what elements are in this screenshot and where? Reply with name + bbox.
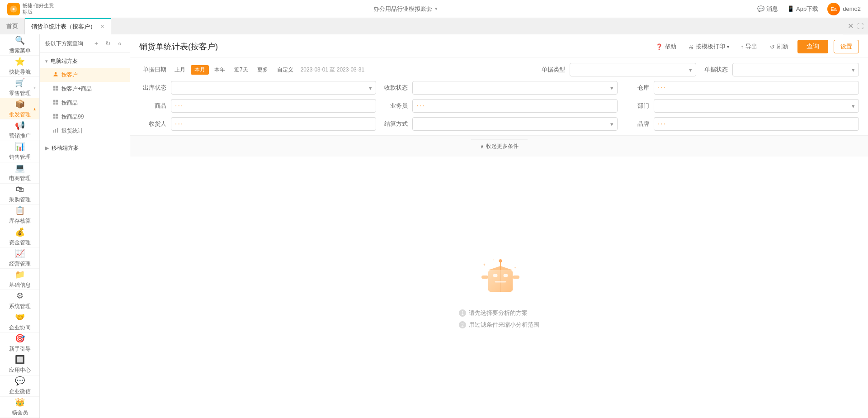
header-left: 畅捷·信好生意 标版 — [7, 3, 54, 15]
receiver-select[interactable]: ··· — [171, 117, 376, 131]
sidebar-item-apps[interactable]: 🔲 应用中心 — [0, 354, 39, 375]
sidebar-item-basic[interactable]: 📁 基础信息 — [0, 269, 39, 290]
svg-text:✦: ✦ — [483, 262, 486, 267]
template-print-button[interactable]: 🖨 按模板打印 ▾ — [685, 41, 732, 52]
sidebar-item-sales[interactable]: 📊 销售管理 — [0, 141, 39, 162]
member-icon: 👑 — [15, 397, 25, 407]
order-type-arrow-icon: ▾ — [689, 66, 692, 73]
sidebar-item-purchase[interactable]: 🛍 采购管理 — [0, 184, 39, 205]
warehouse-select[interactable]: ··· — [654, 81, 859, 95]
sidebar-item-ecommerce[interactable]: 💻 电商管理 — [0, 162, 39, 184]
query-button[interactable]: 查询 — [797, 40, 828, 53]
logo-icon — [7, 3, 20, 15]
scheme-group-mobile-header[interactable]: ▶ 移动端方案 — [40, 142, 130, 155]
svg-rect-16 — [57, 128, 58, 133]
sidebar-item-enterprise[interactable]: 🤝 企业协同 — [0, 311, 39, 332]
settings-button[interactable]: 设置 — [834, 40, 859, 53]
svg-rect-21 — [504, 274, 508, 277]
svg-rect-10 — [53, 114, 56, 116]
collapse-panel-button[interactable]: « — [115, 39, 124, 48]
scheme-item-customer-goods[interactable]: 按客户+商品 — [40, 82, 130, 96]
app-download-button[interactable]: 📱 App下载 — [787, 5, 818, 13]
empty-illustration: ✦ ✦ ✦ — [472, 246, 526, 300]
page-header: 销货单统计表(按客户) ❓ 帮助 🖨 按模板打印 ▾ ↑ 导出 ↺ 刷新 — [130, 34, 868, 57]
tab-sales-stat[interactable]: 销货单统计表（按客户） ✕ — [25, 18, 111, 34]
export-button[interactable]: ↑ 导出 — [737, 41, 761, 52]
sidebar-item-marketing[interactable]: 📢 营销推广 — [0, 119, 39, 141]
star-icon: ⭐ — [15, 57, 25, 66]
department-select[interactable]: ▾ — [654, 99, 859, 113]
refresh-button[interactable]: ↺ 刷新 — [766, 41, 792, 52]
tab-close-icon[interactable]: ✕ — [100, 24, 104, 29]
scheme-item-goods[interactable]: 按商品 — [40, 96, 130, 110]
tab-home[interactable]: 首页 — [0, 18, 25, 34]
refresh-scheme-button[interactable]: ↻ — [104, 39, 113, 48]
order-status-label: 单据状态 — [701, 66, 728, 74]
sidebar-item-wholesale[interactable]: 📦 批发管理 ▴ — [0, 98, 39, 119]
logo-text: 畅捷·信好生意 标版 — [23, 3, 54, 14]
goods-label: 商品 — [139, 102, 166, 110]
brand-label: 品牌 — [622, 120, 649, 128]
svg-rect-7 — [56, 100, 58, 102]
collapse-button[interactable]: ∧ 收起更多条件 — [471, 139, 528, 153]
date-btn-lastmonth[interactable]: 上月 — [171, 65, 189, 75]
operations-icon: 📈 — [15, 248, 25, 258]
search-icon: 🔍 — [15, 35, 25, 45]
message-button[interactable]: 💬 消息 — [757, 5, 778, 13]
svg-rect-11 — [56, 114, 58, 116]
sidebar-item-inventory[interactable]: 📋 库存核算 — [0, 205, 39, 226]
svg-rect-24 — [513, 276, 519, 279]
svg-point-26 — [499, 259, 502, 262]
date-label: 单据日期 — [139, 66, 166, 74]
order-status-select[interactable]: ▾ — [732, 63, 859, 76]
svg-rect-15 — [55, 129, 56, 133]
wechat-icon: 💬 — [15, 376, 25, 386]
sidebar-item-wechat[interactable]: 💬 企业微信 — [0, 375, 39, 397]
goods-select[interactable]: ··· — [171, 99, 376, 113]
help-button[interactable]: ❓ 帮助 — [652, 41, 680, 52]
svg-rect-23 — [481, 276, 488, 279]
payment-select[interactable]: ▾ — [412, 81, 618, 95]
scheme-item-returns[interactable]: 退货统计 — [40, 124, 130, 138]
sidebar-item-system[interactable]: ⚙ 系统管理 — [0, 290, 39, 311]
print-icon: 🖨 — [688, 43, 694, 50]
order-type-select[interactable]: ▾ — [570, 63, 696, 76]
date-btn-thisyear[interactable]: 本年 — [211, 65, 229, 75]
scheme-item-customer[interactable]: 按客户 — [40, 68, 130, 82]
user-menu[interactable]: Ea demo2 — [827, 3, 861, 15]
date-btn-more[interactable]: 更多 — [254, 65, 272, 75]
svg-rect-13 — [56, 117, 58, 119]
empty-tips: 1 请先选择要分析的方案 2 用过滤条件来缩小分析范围 — [459, 309, 539, 329]
svg-rect-12 — [53, 117, 56, 119]
date-btn-custom[interactable]: 自定义 — [274, 65, 297, 75]
sidebar-item-search[interactable]: 🔍 搜索菜单 — [0, 34, 39, 56]
collapse-up-icon: ∧ — [480, 143, 484, 150]
grid-icon-3 — [52, 113, 59, 121]
sidebar-item-shortcut[interactable]: ⭐ 快捷导航 — [0, 56, 39, 77]
brand-select[interactable]: ··· — [654, 117, 859, 131]
scheme-item-goods99[interactable]: 按商品99 — [40, 110, 130, 124]
window-maximize-icon[interactable]: ⛶ — [857, 23, 863, 30]
department-label: 部门 — [622, 102, 649, 110]
delivery-arrow-icon: ▾ — [369, 85, 372, 91]
svg-text:✦: ✦ — [514, 266, 516, 269]
salesperson-select[interactable]: ··· — [412, 99, 618, 113]
window-close-icon[interactable]: ✕ — [848, 22, 854, 30]
sidebar-item-member[interactable]: 👑 畅会员 — [0, 397, 39, 418]
delivery-label: 出库状态 — [139, 84, 166, 92]
svg-rect-9 — [56, 103, 58, 105]
svg-rect-4 — [53, 89, 56, 91]
add-scheme-button[interactable]: + — [92, 39, 101, 48]
breadcrumb[interactable]: 办公用品行业模拟账套 ▾ — [373, 5, 438, 13]
scheme-group-desktop-header[interactable]: ▾ 电脑端方案 — [40, 55, 130, 68]
sidebar-item-guide[interactable]: 🎯 新手引导 — [0, 333, 39, 354]
date-btn-7days[interactable]: 近7天 — [231, 65, 252, 75]
scheme-group-mobile: ▶ 移动端方案 — [40, 140, 130, 157]
sidebar-item-retail[interactable]: 🛒 零售管理 ▾ — [0, 77, 39, 98]
delivery-select[interactable]: ▾ — [171, 81, 376, 95]
settlement-select[interactable]: ▾ — [412, 117, 618, 131]
date-btn-thismonth[interactable]: 本月 — [191, 65, 209, 75]
sidebar-item-finance[interactable]: 💰 资金管理 — [0, 226, 39, 247]
sidebar-item-operations[interactable]: 📈 经营管理 — [0, 247, 39, 269]
svg-rect-2 — [53, 86, 56, 88]
